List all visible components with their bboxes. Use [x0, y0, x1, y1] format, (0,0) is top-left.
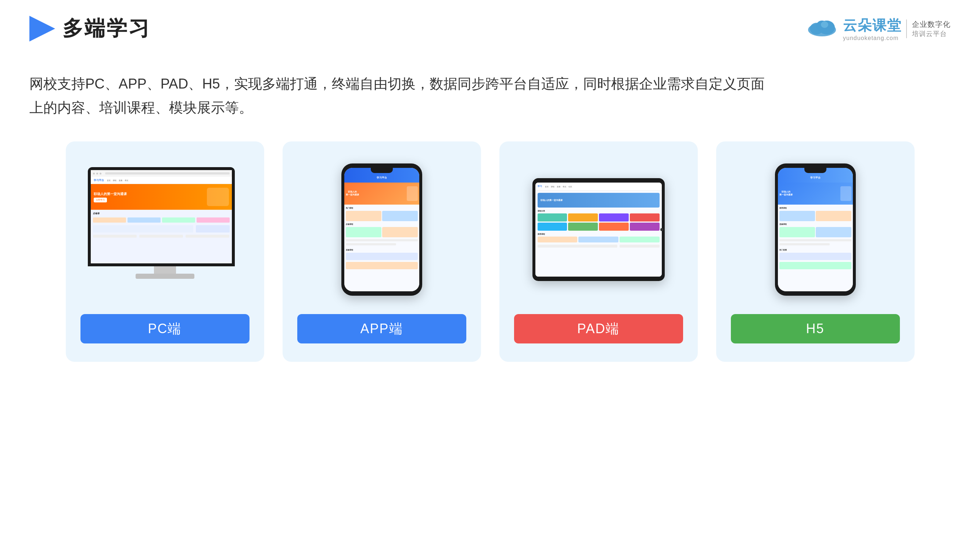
page-title: 多端学习	[62, 15, 151, 43]
header-left: 多端学习	[29, 15, 151, 43]
pad-camera	[660, 228, 663, 231]
logo-url: yunduoketang.com	[843, 35, 902, 41]
header-right: 云朵课堂 yunduoketang.com 企业数字化 培训云平台	[805, 16, 951, 41]
svg-point-5	[821, 21, 828, 28]
logo-cloud: 云朵课堂 yunduoketang.com 企业数字化 培训云平台	[805, 16, 951, 41]
card-label-app[interactable]: APP端	[297, 314, 466, 343]
description-block: 网校支持PC、APP、PAD、H5，实现多端打通，终端自由切换，数据同步跨平台自…	[0, 43, 808, 141]
svg-marker-0	[29, 16, 55, 41]
logo-main-text: 云朵课堂	[843, 16, 902, 35]
card-h5: 学习平台 职场人的第一堂沟通课 推荐课程 选修课程	[716, 141, 915, 362]
pc-screen-content: 学习平台 首页 课程 直播 考试 职场人的第一堂沟通课	[91, 170, 232, 264]
description-line1: 网校支持PC、APP、PAD、H5，实现多端打通，终端自由切换，数据同步跨平台自…	[29, 72, 779, 96]
card-app: 学习平台 职场人的第一堂沟通课 热门课程 必修课程	[283, 141, 481, 362]
pad-mockup: 学习 首页 课程 直播 考试 社区 职场人的第一堂沟通课	[533, 178, 665, 281]
card-pc: 学习平台 首页 课程 直播 考试 职场人的第一堂沟通课	[66, 141, 264, 362]
phone-h5-screen: 学习平台 职场人的第一堂沟通课 推荐课程 选修课程	[778, 168, 853, 291]
pc-mockup: 学习平台 首页 课程 直播 考试 职场人的第一堂沟通课	[88, 167, 242, 292]
phone-app-screen: 学习平台 职场人的第一堂沟通课 热门课程 必修课程	[344, 168, 419, 291]
cloud-icon	[805, 16, 838, 41]
card-label-h5[interactable]: H5	[731, 314, 900, 343]
phone-notch	[371, 168, 393, 173]
h5-image-area: 学习平台 职场人的第一堂沟通课 推荐课程 选修课程	[731, 160, 900, 299]
pad-image-area: 学习 首页 课程 直播 考试 社区 职场人的第一堂沟通课	[514, 160, 683, 299]
logo-tag2: 培训云平台	[912, 29, 951, 38]
app-image-area: 学习平台 职场人的第一堂沟通课 热门课程 必修课程	[297, 160, 466, 299]
card-label-pc[interactable]: PC端	[81, 314, 250, 343]
logo-tag1: 企业数字化	[912, 19, 951, 29]
card-label-pad[interactable]: PAD端	[514, 314, 683, 343]
phone-h5-notch	[804, 168, 826, 173]
pc-screen-frame: 学习平台 首页 课程 直播 考试 职场人的第一堂沟通课	[88, 167, 235, 266]
phone-h5-mockup: 学习平台 职场人的第一堂沟通课 推荐课程 选修课程	[775, 164, 856, 296]
pad-screen: 学习 首页 课程 直播 考试 社区 职场人的第一堂沟通课	[535, 183, 662, 276]
play-icon	[29, 16, 55, 41]
phone-app-mockup: 学习平台 职场人的第一堂沟通课 热门课程 必修课程	[341, 164, 422, 296]
header: 多端学习 云朵课堂 yunduoketang.com 企业数字化 培训云平台	[0, 0, 980, 43]
pc-image-area: 学习平台 首页 课程 直播 考试 职场人的第一堂沟通课	[81, 160, 250, 299]
card-pad: 学习 首页 课程 直播 考试 社区 职场人的第一堂沟通课	[500, 141, 698, 362]
logo-text-group: 云朵课堂 yunduoketang.com	[843, 16, 902, 41]
logo-sub: 企业数字化 培训云平台	[906, 19, 951, 38]
description-line2: 上的内容、培训课程、模块展示等。	[29, 96, 779, 120]
cards-container: 学习平台 首页 课程 直播 考试 职场人的第一堂沟通课	[0, 141, 980, 362]
